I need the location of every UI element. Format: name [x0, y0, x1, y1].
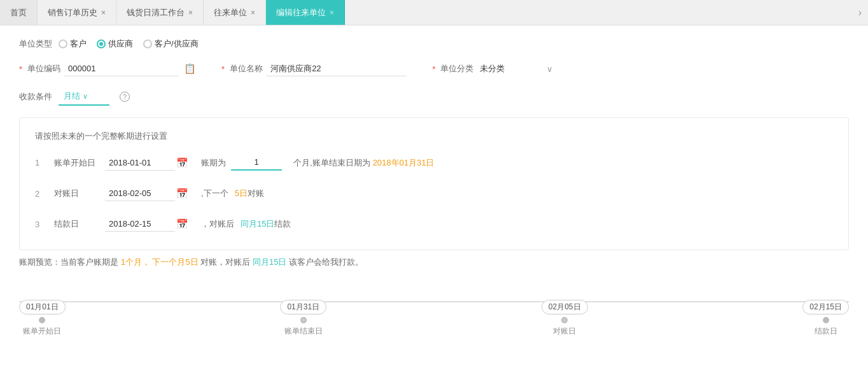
- close-sales-history-icon[interactable]: ×: [101, 8, 106, 17]
- row-2-calendar-icon[interactable]: 📅: [176, 188, 188, 199]
- timeline-dot-2: [561, 317, 568, 323]
- unit-category-star: *: [432, 64, 435, 74]
- timeline-label-0: 账单开始日: [23, 326, 61, 337]
- payment-condition-arrow: ∨: [83, 92, 88, 101]
- tab-partner[interactable]: 往来单位 ×: [204, 0, 266, 25]
- payment-condition-dropdown[interactable]: 月结 ∨: [59, 88, 109, 106]
- payment-condition-row: 收款条件 月结 ∨ ?: [19, 88, 849, 106]
- tab-edit-partner[interactable]: 编辑往来单位 ×: [266, 0, 345, 25]
- timeline-points: 01月01日 账单开始日 01月31日 账单结束日 02月05日 对账日 02月…: [19, 300, 849, 337]
- tab-partner-label: 往来单位: [214, 7, 247, 18]
- timeline-label-1: 账单结束日: [284, 326, 323, 337]
- tab-scroll-right[interactable]: ›: [852, 0, 868, 25]
- radio-customer-label: 客户: [70, 38, 87, 50]
- row-1-date-input[interactable]: [105, 155, 175, 171]
- tab-sales-history-label: 销售订单历史: [48, 7, 97, 18]
- unit-code-input[interactable]: [64, 61, 179, 76]
- preview-label: 账期预览：当前客户账期是: [19, 257, 118, 267]
- unit-category-label: 单位分类: [440, 63, 473, 74]
- unit-category-value: 未分类: [480, 63, 505, 74]
- payment-condition-value: 月结: [64, 90, 80, 102]
- radio-supplier-label: 供应商: [108, 38, 133, 50]
- unit-name-input[interactable]: [267, 61, 407, 76]
- timeline-dot-3: [823, 317, 829, 323]
- radio-customer-supplier-circle: [143, 39, 152, 48]
- radio-customer-supplier-label: 客户/供应商: [155, 38, 199, 50]
- unit-name-group: * 单位名称: [221, 61, 407, 76]
- tab-sales-history[interactable]: 销售订单历史 ×: [38, 0, 116, 25]
- row-3-highlight: 同月15日: [241, 218, 274, 230]
- unit-code-group: * 单位编码 📋: [19, 61, 196, 76]
- timeline-point-0: 01月01日 账单开始日: [19, 300, 66, 337]
- row-1-end-date: 2018年01月31日: [373, 157, 435, 169]
- tab-home-label: 首页: [10, 7, 27, 18]
- close-cashier-icon[interactable]: ×: [188, 8, 193, 17]
- unit-code-star: *: [19, 64, 22, 74]
- tab-cashier[interactable]: 钱货日清工作台 ×: [116, 0, 204, 25]
- row-1-calendar-icon[interactable]: 📅: [176, 157, 188, 169]
- row-3-calendar-icon[interactable]: 📅: [176, 218, 188, 230]
- row-2-desc-suffix: 对账: [248, 188, 264, 199]
- unit-type-row: 单位类型 客户 供应商 客户/供应商: [19, 38, 849, 50]
- timeline-date-2: 02月05日: [542, 300, 588, 314]
- radio-supplier-circle: [97, 39, 106, 48]
- row-1-label: 账单开始日: [54, 157, 105, 169]
- row-3-num: 3: [35, 220, 54, 229]
- tab-edit-partner-label: 编辑往来单位: [276, 7, 326, 18]
- radio-customer-circle: [59, 39, 67, 48]
- settings-card: 请按照未来的一个完整帐期进行设置 1 账单开始日 📅 账期为 个月,账单结束日期…: [19, 117, 849, 250]
- preview-part2: 下一个月5日: [152, 257, 198, 267]
- tab-cashier-label: 钱货日清工作台: [127, 7, 185, 18]
- timeline-dot-1: [300, 317, 307, 323]
- unit-code-label: 单位编码: [27, 63, 60, 74]
- radio-supplier[interactable]: 供应商: [97, 38, 133, 50]
- row-2-highlight: 5日: [235, 188, 248, 199]
- radio-customer[interactable]: 客户: [59, 38, 87, 50]
- main-content: 单位类型 客户 供应商 客户/供应商 * 单位编码 📋 * 单位名称: [0, 25, 868, 387]
- close-partner-icon[interactable]: ×: [251, 8, 255, 17]
- timeline: 01月01日 账单开始日 01月31日 账单结束日 02月05日 对账日 02月…: [19, 287, 849, 343]
- tab-home[interactable]: 首页: [0, 0, 38, 25]
- timeline-label-3: 结款日: [815, 326, 837, 337]
- row-2-num: 2: [35, 189, 54, 199]
- timeline-point-1: 01月31日 账单结束日: [280, 300, 326, 337]
- payment-condition-label: 收款条件: [19, 91, 52, 102]
- preview-end: 该客户会给我打款。: [289, 257, 363, 267]
- payment-help-icon[interactable]: ?: [120, 92, 130, 102]
- unit-type-label: 单位类型: [19, 38, 52, 50]
- row-1-desc-prefix: 账期为: [201, 157, 226, 169]
- radio-customer-supplier[interactable]: 客户/供应商: [143, 38, 199, 50]
- timeline-point-2: 02月05日 对账日: [542, 300, 588, 337]
- row-2-date-input[interactable]: [105, 186, 175, 201]
- tab-bar: 首页 销售订单历史 × 钱货日清工作台 × 往来单位 × 编辑往来单位 × ›: [0, 0, 868, 25]
- card-instruction: 请按照未来的一个完整帐期进行设置: [35, 130, 833, 142]
- preview-section: 账期预览：当前客户账期是 1个月， 下一个月5日 对账，对账后 同月15日 该客…: [19, 250, 849, 274]
- unit-type-radio-group: 客户 供应商 客户/供应商: [59, 38, 199, 50]
- row-3-label: 结款日: [54, 218, 105, 230]
- unit-name-label: 单位名称: [230, 63, 263, 74]
- setting-row-1: 1 账单开始日 📅 账期为 个月,账单结束日期为 2018年01月31日: [35, 155, 833, 171]
- close-edit-partner-icon[interactable]: ×: [330, 8, 334, 17]
- timeline-date-3: 02月15日: [802, 300, 849, 314]
- row-1-num: 1: [35, 158, 54, 167]
- preview-mid: 对账，对账后: [200, 257, 250, 267]
- timeline-date-0: 01月01日: [19, 300, 66, 314]
- row-3-desc-suffix: 结款: [274, 218, 291, 230]
- unit-info-row: * 单位编码 📋 * 单位名称 * 单位分类 未分类 ∨: [19, 61, 849, 76]
- unit-code-icon[interactable]: 📋: [184, 63, 196, 74]
- preview-part3: 同月15日: [253, 257, 286, 267]
- unit-category-group: * 单位分类 未分类 ∨: [432, 63, 553, 74]
- setting-row-3: 3 结款日 📅 ，对账后 同月15日 结款: [35, 216, 833, 232]
- unit-name-star: *: [221, 64, 225, 74]
- row-3-date-input[interactable]: [105, 216, 175, 232]
- unit-category-dropdown-icon[interactable]: ∨: [547, 64, 553, 74]
- preview-part1: 1个月，: [121, 257, 150, 267]
- row-1-desc-suffix: 个月,账单结束日期为: [293, 157, 370, 169]
- setting-row-2: 2 对账日 📅 ,下一个 5日 对账: [35, 186, 833, 201]
- row-2-label: 对账日: [54, 188, 105, 199]
- timeline-dot-0: [39, 317, 45, 323]
- row-1-month-input[interactable]: [231, 155, 282, 171]
- timeline-label-2: 对账日: [553, 326, 576, 337]
- row-2-desc-prefix: ,下一个: [201, 188, 228, 199]
- timeline-date-1: 01月31日: [280, 300, 326, 314]
